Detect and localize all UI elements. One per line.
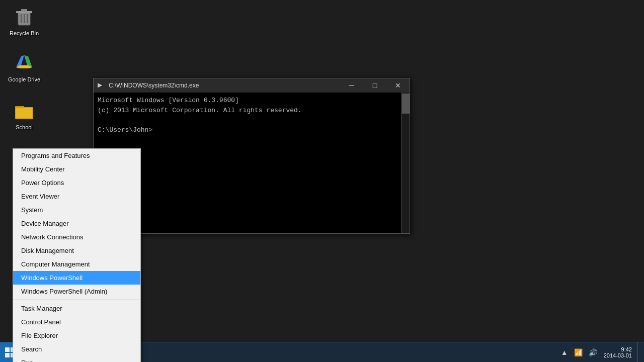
menu-item-control-panel[interactable]: Control Panel: [13, 315, 140, 329]
start-icon-cell-3: [5, 353, 10, 357]
tray-show-desktop[interactable]: [637, 342, 640, 363]
cmd-line1: Microsoft Windows [Version 6.3.9600]: [98, 96, 406, 106]
menu-item-run[interactable]: Run: [13, 356, 140, 362]
menu-item-search[interactable]: Search: [13, 342, 140, 356]
svg-rect-13: [16, 108, 32, 118]
menu-item-task-manager[interactable]: Task Manager: [13, 302, 140, 315]
cmd-maximize-button[interactable]: □: [363, 78, 386, 93]
separator-1: [13, 300, 140, 300]
cmd-scroll-thumb[interactable]: [402, 94, 410, 114]
tray-date: 2014-03-01: [604, 352, 632, 358]
taskbar-tray: ▲ 📶 🔊 9:42 2014-03-01: [555, 342, 644, 363]
context-menu: Programs and Features Mobility Center Po…: [13, 148, 141, 362]
google-drive-icon[interactable]: Google Drive: [4, 50, 44, 83]
start-icon-cell-1: [5, 347, 10, 352]
menu-item-system[interactable]: System: [13, 203, 140, 217]
cmd-window-controls: ─ □ ✕: [340, 78, 410, 93]
cmd-close-button[interactable]: ✕: [386, 78, 410, 93]
recycle-bin-label: Recycle Bin: [10, 30, 39, 37]
tray-time: 9:42: [604, 346, 632, 352]
desktop: Recycle Bin Google Drive School: [0, 0, 644, 362]
tray-clock[interactable]: 9:42 2014-03-01: [602, 346, 634, 358]
menu-item-file-explorer[interactable]: File Explorer: [13, 329, 140, 342]
menu-item-windows-powershell[interactable]: Windows PowerShell: [13, 271, 140, 285]
school-folder-icon[interactable]: School: [4, 98, 44, 131]
cmd-line2: (c) 2013 Microsoft Corporation. All righ…: [98, 106, 406, 116]
cmd-titlebar: ▶ C:\WINDOWS\system32\cmd.exe ─ □ ✕: [94, 78, 410, 93]
menu-item-event-viewer[interactable]: Event Viewer: [13, 190, 140, 203]
cmd-line4: C:\Users\John>: [98, 125, 406, 135]
svg-rect-2: [21, 9, 27, 12]
menu-item-computer-management[interactable]: Computer Management: [13, 257, 140, 271]
menu-item-network-connections[interactable]: Network Connections: [13, 230, 140, 244]
menu-item-mobility-center[interactable]: Mobility Center: [13, 162, 140, 176]
menu-item-windows-powershell-admin[interactable]: Windows PowerShell (Admin): [13, 285, 140, 298]
menu-item-disk-management[interactable]: Disk Management: [13, 244, 140, 257]
cmd-content[interactable]: Microsoft Windows [Version 6.3.9600] (c)…: [94, 93, 410, 233]
tray-network-icon[interactable]: 📶: [573, 348, 584, 356]
google-drive-label: Google Drive: [8, 76, 40, 83]
school-folder-label: School: [16, 124, 33, 131]
menu-item-programs-features[interactable]: Programs and Features: [13, 149, 140, 162]
tray-arrow-icon[interactable]: ▲: [559, 348, 570, 356]
menu-item-device-manager[interactable]: Device Manager: [13, 217, 140, 230]
cmd-line3: [98, 115, 406, 125]
recycle-bin-icon[interactable]: Recycle Bin: [4, 4, 44, 37]
cmd-title-icon: ▶: [98, 81, 106, 89]
menu-item-power-options[interactable]: Power Options: [13, 176, 140, 190]
cmd-title-text: C:\WINDOWS\system32\cmd.exe: [109, 82, 199, 89]
cmd-scrollbar[interactable]: [401, 93, 410, 233]
cmd-minimize-button[interactable]: ─: [340, 78, 363, 93]
tray-volume-icon[interactable]: 🔊: [587, 348, 599, 356]
